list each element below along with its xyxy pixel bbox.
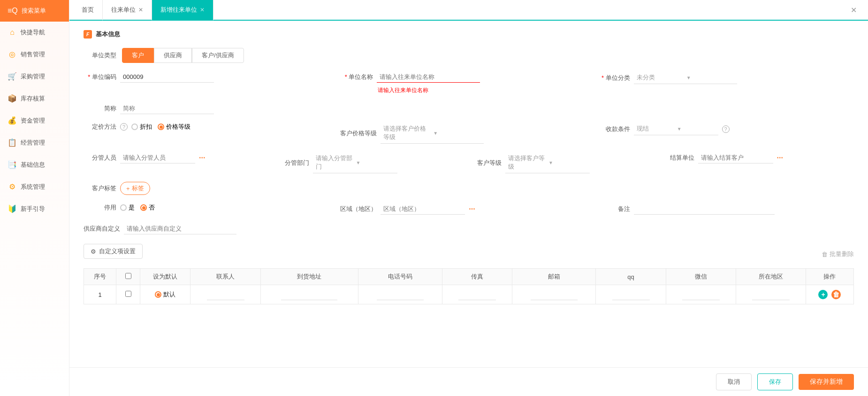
radio-price-level-circle xyxy=(158,124,164,130)
form-content: F 基本信息 单位类型 客户 供应商 客户/供应商 * * 单位编码单位编码 xyxy=(69,21,868,367)
sidebar-item-operations[interactable]: 📋 经营管理 xyxy=(0,132,69,154)
sidebar-item-sales[interactable]: ◎ 销售管理 xyxy=(0,43,69,65)
default-radio[interactable] xyxy=(155,291,161,298)
remark-label: 备注 xyxy=(597,205,630,213)
add-tag-icon: + xyxy=(126,185,130,192)
unit-code-input[interactable] xyxy=(120,71,214,83)
fax-input[interactable] xyxy=(458,289,496,300)
sidebar-item-finance[interactable]: 💰 资金管理 xyxy=(0,109,69,132)
del-row-btn[interactable]: 🗑 xyxy=(831,290,841,299)
address-input[interactable] xyxy=(281,289,337,300)
form-footer: 取消 保存 保存并新增 xyxy=(69,367,868,396)
manager-input[interactable] xyxy=(120,152,195,163)
radio-disable-yes[interactable]: 是 xyxy=(120,203,135,212)
row-checkbox[interactable] xyxy=(125,291,131,297)
region-input[interactable] xyxy=(752,289,790,300)
tab-partners-close[interactable]: ✕ xyxy=(138,7,143,13)
cell-address[interactable] xyxy=(260,285,358,304)
payment-terms-field: 收款条件 现结 ▼ ? xyxy=(597,123,854,135)
select-all-checkbox[interactable] xyxy=(125,273,131,279)
add-tag-btn[interactable]: + 标签 xyxy=(120,182,150,195)
add-tag-label: 标签 xyxy=(132,184,144,193)
tab-home[interactable]: 首页 xyxy=(73,0,103,20)
cell-row-actions: + 🗑 xyxy=(806,285,853,304)
sidebar-item-purchase[interactable]: 🛒 采购管理 xyxy=(0,65,69,87)
close-all-tabs[interactable]: ✕ xyxy=(843,6,864,15)
cell-contact[interactable] xyxy=(190,285,260,304)
type-btn-both[interactable]: 客户/供应商 xyxy=(192,48,244,63)
search-menu-item[interactable]: ≡Q 搜索菜单 xyxy=(0,0,69,22)
sidebar-label: 销售管理 xyxy=(21,50,45,59)
delete-icon: 🗑 xyxy=(822,251,828,258)
cell-fax[interactable] xyxy=(442,285,512,304)
cell-email[interactable] xyxy=(512,285,596,304)
payment-terms-help-icon[interactable]: ? xyxy=(722,125,730,133)
col-phone: 电话号码 xyxy=(358,269,442,285)
custom-settings-btn[interactable]: ⚙ 自定义项设置 xyxy=(84,244,143,259)
sidebar-item-basic-info[interactable]: 📑 基础信息 xyxy=(0,154,69,176)
manager-more-btn[interactable]: ··· xyxy=(199,154,205,162)
col-checkbox[interactable] xyxy=(116,269,140,285)
department-placeholder: 请输入分管部门 xyxy=(316,154,354,171)
customer-price-level-select[interactable]: 请选择客户价格等级 ▼ xyxy=(381,123,484,144)
sidebar-item-guide[interactable]: 🔰 新手引导 xyxy=(0,198,69,220)
type-btn-customer[interactable]: 客户 xyxy=(122,48,154,63)
radio-discount[interactable]: 折扣 xyxy=(131,123,152,131)
cancel-button[interactable]: 取消 xyxy=(716,373,752,390)
radio-disable-no[interactable]: 否 xyxy=(140,203,155,212)
add-row-btn[interactable]: + xyxy=(818,290,828,299)
save-button[interactable]: 保存 xyxy=(757,373,793,390)
department-field: 分管部门 请输入分管部门 ▼ xyxy=(276,152,469,173)
unit-type-btn-group: 客户 供应商 客户/供应商 xyxy=(122,48,244,63)
cell-qq[interactable] xyxy=(596,285,666,304)
table-section: ⚙ 自定义项设置 🗑 批量删除 序号 设为默认 联系人 到货地址 电话 xyxy=(84,244,854,304)
col-contact: 联系人 xyxy=(190,269,260,285)
customer-price-level-label: 客户价格等级 xyxy=(340,129,377,138)
department-select[interactable]: 请输入分管部门 ▼ xyxy=(313,152,397,173)
inventory-icon: 📦 xyxy=(8,94,17,103)
sidebar-label: 采购管理 xyxy=(21,72,45,81)
purchase-icon: 🛒 xyxy=(8,72,17,81)
main-area: 首页 往来单位 ✕ 新增往来单位 ✕ ✕ F 基本信息 单位类型 客户 供应商 … xyxy=(69,0,868,396)
customer-level-select[interactable]: 请选择客户等级 ▼ xyxy=(505,152,590,173)
wechat-input[interactable] xyxy=(682,289,720,300)
batch-delete-btn[interactable]: 🗑 批量删除 xyxy=(822,250,854,258)
col-qq: qq xyxy=(596,269,666,285)
default-label: 默认 xyxy=(163,290,175,299)
tab-new-partner[interactable]: 新增往来单位 ✕ xyxy=(152,0,213,20)
region-more-btn[interactable]: ··· xyxy=(469,205,475,213)
save-new-button[interactable]: 保存并新增 xyxy=(799,374,854,390)
phone-input[interactable] xyxy=(377,289,424,300)
radio-disable-no-label: 否 xyxy=(149,203,155,212)
email-input[interactable] xyxy=(531,289,578,300)
supplier-custom-input[interactable] xyxy=(124,223,236,234)
payment-terms-select[interactable]: 现结 ▼ xyxy=(634,123,718,135)
sidebar-item-system[interactable]: ⚙ 系统管理 xyxy=(0,176,69,198)
type-btn-supplier[interactable]: 供应商 xyxy=(154,48,192,63)
pricing-help-icon[interactable]: ? xyxy=(120,123,128,131)
cell-default[interactable]: 默认 xyxy=(140,285,190,304)
settlement-unit-input[interactable] xyxy=(698,152,773,163)
tab-partners[interactable]: 往来单位 ✕ xyxy=(103,0,152,20)
cell-phone[interactable] xyxy=(358,285,442,304)
unit-category-select[interactable]: 未分类 ▼ xyxy=(634,71,737,84)
cell-wechat[interactable] xyxy=(666,285,736,304)
unit-category-label: * 单位分类 xyxy=(597,74,630,82)
qq-input[interactable] xyxy=(612,289,650,300)
contact-input[interactable] xyxy=(207,289,244,300)
radio-price-level-label: 价格等级 xyxy=(166,123,190,131)
short-name-input[interactable] xyxy=(120,103,214,114)
cell-seq: 1 xyxy=(84,285,116,304)
cell-region[interactable] xyxy=(736,285,806,304)
radio-price-level[interactable]: 价格等级 xyxy=(158,123,190,131)
region-input[interactable] xyxy=(381,203,465,215)
chevron-down-icon: ▼ xyxy=(356,160,395,165)
tab-new-partner-close[interactable]: ✕ xyxy=(200,7,205,13)
remark-input[interactable] xyxy=(634,203,775,215)
settlement-more-btn[interactable]: ··· xyxy=(777,154,783,162)
unit-name-input[interactable] xyxy=(377,71,480,83)
sidebar-item-quick-nav[interactable]: ⌂ 快捷导航 xyxy=(0,22,69,43)
sidebar-item-inventory[interactable]: 📦 库存核算 xyxy=(0,87,69,109)
supplier-custom-label: 供应商自定义 xyxy=(84,225,120,233)
cell-checkbox[interactable] xyxy=(116,285,140,304)
